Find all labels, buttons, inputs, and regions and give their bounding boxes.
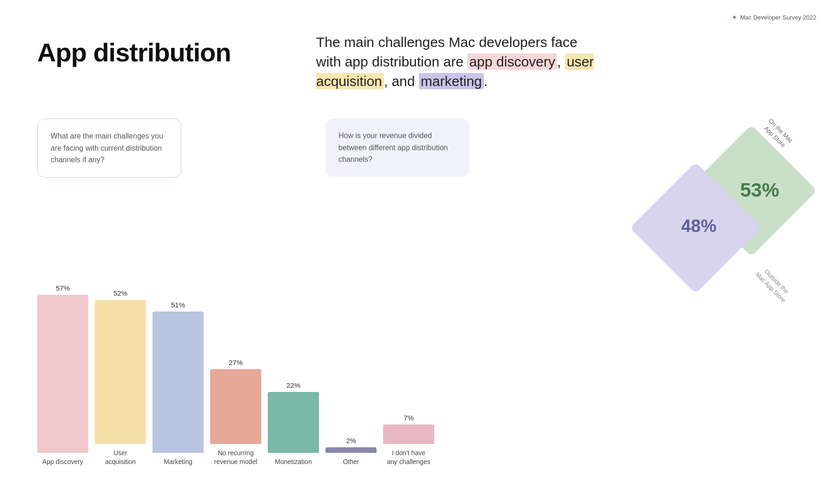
bar-label-0: App discovery <box>40 458 86 467</box>
bar-group-5: 2%Other <box>325 437 377 467</box>
bar-pct-6: 7% <box>404 414 414 422</box>
bar-rect-0 <box>37 295 88 453</box>
bar-group-0: 57%App discovery <box>37 284 88 467</box>
bar-pct-4: 22% <box>286 381 300 389</box>
bar-rect-6 <box>383 424 434 444</box>
diamond-lavender-pct: 48% <box>681 216 716 236</box>
headline-suffix: . <box>484 73 488 89</box>
bar-label-1: User acquisition <box>97 449 144 467</box>
bar-rect-3 <box>210 369 261 444</box>
bar-label-4: Monetization <box>270 458 317 467</box>
bar-label-3: No recurring revenue model <box>212 449 259 467</box>
bar-rect-2 <box>152 312 204 453</box>
bar-group-3: 27%No recurring revenue model <box>210 358 261 467</box>
diamond-lavender-label: Outside theMac App Store <box>753 265 793 305</box>
bar-group-1: 52%User acquisition <box>95 289 146 467</box>
headline-connector1: , <box>557 54 565 69</box>
diamond-container: 53% 48% On the MacApp Store Outside theM… <box>612 126 807 302</box>
bar-rect-1 <box>95 300 146 444</box>
logo-icon: ✦ <box>731 13 737 22</box>
bar-group-2: 51%Marketing <box>152 301 204 467</box>
bar-label-5: Other <box>328 458 374 467</box>
diamond-green-pct: 53% <box>740 179 779 201</box>
highlight-app-discovery: app discovery <box>467 53 557 70</box>
bar-pct-5: 2% <box>346 437 356 444</box>
logo-text: Mac Developer Survey 2022 <box>740 14 816 21</box>
header-logo: ✦ Mac Developer Survey 2022 <box>731 13 816 22</box>
bar-pct-1: 52% <box>113 289 127 297</box>
question-left-text: What are the main challenges you are fac… <box>51 132 163 164</box>
bar-pct-3: 27% <box>229 358 243 366</box>
bar-rect-5 <box>325 447 377 453</box>
bar-label-6: I don't have any challenges <box>385 449 432 467</box>
bar-chart: 57%App discovery52%User acquisition51%Ma… <box>37 253 456 467</box>
bar-group-4: 22%Monetization <box>268 381 319 467</box>
highlight-marketing: marketing <box>419 73 484 89</box>
headline-connector2: , and <box>384 73 419 89</box>
bar-group-6: 7%I don't have any challenges <box>383 414 434 467</box>
question-box-left: What are the main challenges you are fac… <box>37 119 181 178</box>
bar-rect-4 <box>268 392 319 453</box>
headline: The main challenges Mac developers face … <box>316 33 604 91</box>
bar-label-2: Marketing <box>155 458 201 467</box>
bar-pct-2: 51% <box>171 301 185 309</box>
question-right-text: How is your revenue divided between diff… <box>338 132 448 163</box>
question-box-right: How is your revenue divided between diff… <box>325 119 470 177</box>
bar-pct-0: 57% <box>56 284 70 292</box>
page-title: App distribution <box>37 37 231 67</box>
